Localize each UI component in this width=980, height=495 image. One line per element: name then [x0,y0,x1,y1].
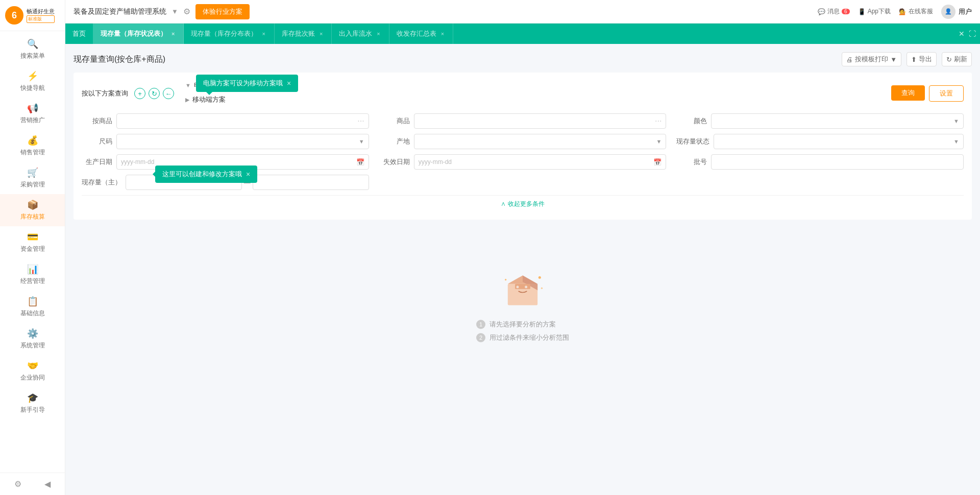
tab-home-label: 首页 [72,29,86,38]
expiry-date-input[interactable]: yyyy-mm-dd 📅 [414,154,667,170]
tabbar: 首页 现存量（库存状况表） × 现存量（库存分布表） × 库存批次账 × 出入库… [65,23,980,44]
tab-collect[interactable]: 收发存汇总表 × [389,23,453,44]
sales-icon: 💰 [27,135,38,146]
phone-icon: 📱 [858,8,866,15]
print-label: 按模板打印 [855,55,888,64]
tab-close-collect[interactable]: × [439,30,446,37]
warehouse-label: 按商品 [82,116,112,126]
stock-status-select-wrapper[interactable]: ▼ [714,134,964,149]
user-name: 用户 [959,7,972,16]
warehouse-dots[interactable]: ··· [357,116,364,126]
empty-tips: 1 请先选择要分析的方案 2 用过滤条件来缩小分析范围 [476,320,569,342]
expiry-date-label: 失效日期 [379,157,410,167]
tab-close-batch[interactable]: × [318,30,324,37]
create-scheme-close[interactable]: × [246,170,250,178]
refresh-scheme-btn[interactable]: ↻ [149,88,160,99]
filter-panel: 按以下方案查询 + ↻ ← ▼ 电脑端方案 [74,73,972,220]
sidebar-item-marketing[interactable]: 📢 营销推广 [0,98,65,130]
system-icon: ⚙️ [27,328,38,339]
refresh-button[interactable]: ↻ 刷新 [942,52,972,66]
color-select-wrapper[interactable]: ▼ [711,113,964,129]
expiry-date-calendar-icon[interactable]: 📅 [653,158,662,166]
app-download-btn[interactable]: 📱 App下载 [858,7,891,16]
filter-stock-status-row: 现存量状态 ▼ [676,134,964,149]
sidebar-item-system[interactable]: ⚙️ 系统管理 [0,323,65,355]
tip-text-1: 请先选择要分析的方案 [489,320,556,329]
sidebar-label-basic: 基础信息 [20,309,45,318]
print-dropdown-icon: ▼ [890,56,897,63]
collapse-bar[interactable]: ∧ 收起更多条件 [82,195,964,213]
tab-close-inventory-status[interactable]: × [170,30,176,37]
sidebar-item-operation[interactable]: 📊 经营管理 [0,258,65,291]
sidebar-item-guide[interactable]: 🎓 新手引导 [0,387,65,419]
add-scheme-btn[interactable]: + [134,88,145,99]
sidebar-item-finance[interactable]: 💳 资金管理 [0,226,65,258]
purchase-icon: 🛒 [27,167,38,178]
settings-icon[interactable]: ⚙ [183,7,190,16]
tab-inventory-status[interactable]: 现存量（库存状况表） × [93,23,184,44]
collapse-sidebar-btn[interactable]: ◀ [44,479,51,489]
sidebar-item-purchase[interactable]: 🛒 采购管理 [0,162,65,194]
tab-inventory-dist[interactable]: 现存量（库存分布表） × [184,23,274,44]
svg-point-7 [505,279,506,280]
system-name: 装备及固定资产辅助管理系统 [74,7,166,16]
tab-close-inventory-dist[interactable]: × [260,30,266,37]
product-dots[interactable]: ··· [655,116,662,126]
topbar-dropdown-icon[interactable]: ▼ [172,8,178,15]
setting-button[interactable]: 设置 [929,85,964,102]
sidebar-item-basic[interactable]: 📋 基础信息 [0,291,65,323]
sidebar-item-search[interactable]: 🔍 搜索菜单 [0,33,65,65]
filter-size-row: 尺码 ▼ [82,134,369,149]
color-label: 颜色 [676,116,707,126]
filter-label: 按以下方案查询 [82,89,128,98]
topbar-left: 装备及固定资产辅助管理系统 ▼ ⚙ 体验行业方案 [74,4,250,19]
tab-inventory-status-label: 现存量（库存状况表） [101,29,167,38]
size-select-wrapper[interactable]: ▼ [116,134,369,149]
header-actions: 🖨 按模板打印 ▼ ⬆ 导出 ↻ 刷新 [842,52,972,66]
print-button[interactable]: 🖨 按模板打印 ▼ [842,52,901,66]
stock-status-label: 现存量状态 [676,137,709,146]
stock-qty-label: 现存量（主） [82,178,121,187]
sidebar-item-sales[interactable]: 💰 销售管理 [0,130,65,162]
sidebar-item-enterprise[interactable]: 🤝 企业协同 [0,355,65,387]
tab-home[interactable]: 首页 [65,23,93,44]
filter-product-row: 商品 ··· [379,113,667,129]
search-button[interactable]: 查询 [891,85,925,101]
close-all-icon[interactable]: ✕ [959,30,965,38]
origin-select-wrapper[interactable]: ▼ [414,134,667,149]
size-dropdown-icon: ▼ [359,138,364,145]
collapse-label: 收起更多条件 [508,200,545,207]
user-area[interactable]: 👤 用户 [941,5,972,19]
online-service-btn[interactable]: 💁 在线客服 [899,7,933,16]
tip-text-2: 用过滤条件来缩小分析范围 [489,333,569,342]
logo-area: 6 畅通好生意 标准版 [0,0,65,31]
tab-batch[interactable]: 库存批次账 × [275,23,332,44]
settings-bottom-btn[interactable]: ⚙ [14,479,21,489]
export-button[interactable]: ⬆ 导出 [906,52,937,66]
product-input-wrapper[interactable]: ··· [414,113,667,129]
mobile-group-header[interactable]: ▶ 移动端方案 [185,94,247,105]
message-label: 消息 [827,7,840,16]
fullscreen-icon[interactable]: ⛶ [969,30,976,38]
experience-button[interactable]: 体验行业方案 [195,4,250,19]
message-btn[interactable]: 💬 消息 6 [818,7,850,16]
sidebar-item-quick[interactable]: ⚡ 快捷导航 [0,65,65,98]
tab-batch-label: 库存批次账 [282,29,315,38]
prod-date-calendar-icon[interactable]: 📅 [356,158,364,166]
finance-icon: 💳 [27,231,38,243]
stock-qty-max[interactable] [253,175,369,190]
filter-actions: + ↻ ← [134,88,174,99]
batch-input[interactable] [711,154,964,170]
tab-inout[interactable]: 出入库流水 × [332,23,389,44]
empty-state: 1 请先选择要分析的方案 2 用过滤条件来缩小分析范围 [74,220,972,383]
tab-collect-label: 收发存汇总表 [397,29,436,38]
batch-label: 批号 [676,157,707,167]
filter-top-row: 按以下方案查询 + ↻ ← ▼ 电脑端方案 [82,80,964,107]
back-btn[interactable]: ← [163,88,174,99]
operation-icon: 📊 [27,264,38,275]
svg-point-5 [525,286,527,288]
sidebar-item-inventory[interactable]: 📦 库存核算 [0,194,65,226]
guide-icon: 🎓 [27,392,38,404]
tab-close-inout[interactable]: × [375,30,381,37]
scheme-popover-close[interactable]: × [287,79,291,87]
